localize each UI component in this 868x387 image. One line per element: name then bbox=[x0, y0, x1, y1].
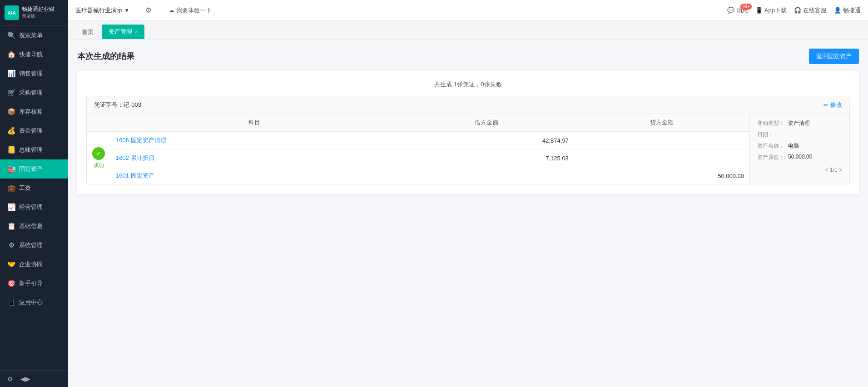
sidebar-logo: AtA 畅捷通好业财 普及版 bbox=[0, 0, 68, 26]
tab-asset-management[interactable]: 资产管理 × bbox=[102, 25, 144, 39]
logo-text: 畅捷通好业财 bbox=[22, 6, 55, 13]
sidebar-item-sales[interactable]: 📊 销售管理 bbox=[0, 64, 68, 83]
table-row: 1602 累计折旧 7,125.03 bbox=[87, 149, 749, 167]
page-title: 本次生成的结果 bbox=[77, 51, 134, 62]
sidebar-item-label: 经营管理 bbox=[19, 203, 43, 211]
debit-cell: 42,874.97 bbox=[399, 132, 574, 149]
sidebar-item-quick-nav[interactable]: 🏠 快捷导航 bbox=[0, 45, 68, 64]
basic-info-icon: 📋 bbox=[7, 222, 15, 230]
chevron-down-icon: ▾ bbox=[125, 7, 129, 14]
change-type-value: 资产清理 bbox=[788, 119, 810, 127]
operations-icon: 📈 bbox=[7, 203, 15, 211]
sidebar-item-funds[interactable]: 💰 资金管理 bbox=[0, 121, 68, 140]
settings-icon[interactable]: ⚙ bbox=[7, 375, 13, 382]
sidebar-item-purchase[interactable]: 🛒 采购管理 bbox=[0, 83, 68, 102]
tab-home-label: 首页 bbox=[82, 28, 94, 36]
asset-name-label: 资产名称： bbox=[757, 142, 784, 150]
sales-icon: 📊 bbox=[7, 69, 15, 78]
debit-cell bbox=[399, 167, 574, 185]
ledger-icon: 📒 bbox=[7, 146, 15, 154]
tab-asset-label: 资产管理 bbox=[109, 28, 132, 36]
enterprise-icon: 🤝 bbox=[7, 260, 15, 268]
sidebar-item-label: 固定资产 bbox=[19, 165, 43, 173]
system-icon: ⚙ bbox=[7, 241, 15, 249]
col-status bbox=[87, 114, 110, 132]
sidebar-item-app-center[interactable]: 📱 应用中心 bbox=[0, 293, 68, 312]
sidebar-item-inventory[interactable]: 📦 库存核算 bbox=[0, 102, 68, 121]
sidebar-item-system[interactable]: ⚙ 系统管理 bbox=[0, 236, 68, 255]
payroll-icon: 💼 bbox=[7, 184, 15, 192]
fixed-assets-icon: 🏭 bbox=[7, 165, 15, 173]
tab-close-icon[interactable]: × bbox=[135, 29, 138, 35]
phone-icon: 📱 bbox=[755, 7, 763, 14]
col-subject: 科目 bbox=[110, 114, 399, 132]
voucher-id: 凭证字号：记-003 bbox=[94, 101, 141, 109]
inventory-icon: 📦 bbox=[7, 108, 15, 116]
return-button[interactable]: 返回固定资产 bbox=[809, 49, 859, 64]
content-area: 本次生成的结果 返回固定资产 共生成 1张凭证，0张失败 凭证字号：记-003 … bbox=[68, 40, 868, 387]
company-selector[interactable]: 医疗器械行业演示 ▾ bbox=[75, 6, 129, 15]
credit-cell bbox=[574, 149, 749, 167]
table-row: ✓ 成功 1606 固定资产清理 42,874.97 bbox=[87, 132, 749, 149]
change-type-row: 变动类型： 资产清理 bbox=[757, 119, 842, 127]
sidebar-item-label: 搜索菜单 bbox=[19, 31, 43, 40]
sidebar-item-label: 总账管理 bbox=[19, 146, 43, 154]
sidebar-item-ledger[interactable]: 📒 总账管理 bbox=[0, 140, 68, 159]
credit-cell: 50,000.00 bbox=[574, 167, 749, 185]
edit-icon: ✏ bbox=[823, 102, 828, 109]
sidebar-item-label: 采购管理 bbox=[19, 89, 43, 97]
settings-icon[interactable]: ⚙ bbox=[145, 6, 152, 15]
sidebar-item-operations[interactable]: 📈 经营管理 bbox=[0, 198, 68, 217]
main-content: 医疗器械行业演示 ▾ ⚙ ☁ 我要体验一下 💬 消息 99+ 📱 App下载 🎧… bbox=[68, 0, 868, 387]
asset-name-value: 电脑 bbox=[788, 142, 799, 150]
search-icon: 🔍 bbox=[7, 31, 15, 40]
voucher-pagination[interactable]: < 1/1 > bbox=[757, 167, 842, 173]
tab-home[interactable]: 首页 bbox=[75, 25, 100, 39]
purchase-icon: 🛒 bbox=[7, 89, 15, 97]
voucher-table-container: 科目 借方金额 贷方金额 ✓ 成功 1606 固定资产清理 42,874.9 bbox=[87, 114, 749, 185]
sidebar-item-label: 资金管理 bbox=[19, 127, 43, 135]
table-row: 1601 固定资产 50,000.00 bbox=[87, 167, 749, 185]
message-button[interactable]: 💬 消息 99+ bbox=[727, 6, 748, 15]
user-menu[interactable]: 👤 畅捷通 bbox=[834, 6, 861, 15]
sidebar-item-label: 新手引导 bbox=[19, 279, 43, 288]
credit-cell bbox=[574, 132, 749, 149]
sidebar-item-fixed-assets[interactable]: 🏭 固定资产 bbox=[0, 159, 68, 179]
sidebar-item-basic-info[interactable]: 📋 基础信息 bbox=[0, 217, 68, 236]
col-credit: 贷方金额 bbox=[574, 114, 749, 132]
topbar-right: 💬 消息 99+ 📱 App下载 🎧 在线客服 👤 畅捷通 bbox=[727, 6, 861, 15]
collapse-icon[interactable]: ◀▶ bbox=[20, 375, 30, 382]
company-name: 医疗器械行业演示 bbox=[75, 6, 123, 15]
sidebar-item-label: 销售管理 bbox=[19, 69, 43, 78]
divider-2 bbox=[160, 6, 160, 15]
guide-icon: 🎯 bbox=[7, 279, 15, 288]
original-value-value: 50,000.00 bbox=[788, 154, 812, 161]
date-label: 日期： bbox=[757, 131, 774, 139]
sidebar-item-guide[interactable]: 🎯 新手引导 bbox=[0, 274, 68, 293]
result-card: 共生成 1张凭证，0张失败 凭证字号：记-003 ✏ 修改 bbox=[77, 71, 859, 194]
voucher-header: 凭证字号：记-003 ✏ 修改 bbox=[87, 96, 849, 114]
tabbar: 首页 资产管理 × bbox=[68, 21, 868, 40]
sidebar-item-label: 基础信息 bbox=[19, 222, 43, 230]
message-icon: 💬 bbox=[727, 7, 734, 14]
sidebar-item-label: 企业协同 bbox=[19, 260, 43, 268]
sidebar-item-enterprise[interactable]: 🤝 企业协同 bbox=[0, 255, 68, 274]
sidebar-item-label: 应用中心 bbox=[19, 298, 43, 307]
subject-cell: 1602 累计折旧 bbox=[110, 149, 399, 167]
success-circle-icon: ✓ bbox=[92, 147, 105, 160]
original-value-label: 资产原值： bbox=[757, 154, 784, 161]
quick-nav-icon: 🏠 bbox=[7, 50, 15, 59]
success-label: 成功 bbox=[93, 162, 104, 169]
sidebar-item-search[interactable]: 🔍 搜索菜单 bbox=[0, 26, 68, 45]
sidebar: AtA 畅捷通好业财 普及版 🔍 搜索菜单 🏠 快捷导航 📊 销售管理 🛒 采购… bbox=[0, 0, 68, 387]
message-badge: 99+ bbox=[740, 4, 752, 10]
app-download-button[interactable]: 📱 App下载 bbox=[755, 6, 787, 15]
sidebar-item-payroll[interactable]: 💼 工资 bbox=[0, 179, 68, 198]
experience-button[interactable]: ☁ 我要体验一下 bbox=[169, 6, 212, 15]
topbar: 医疗器械行业演示 ▾ ⚙ ☁ 我要体验一下 💬 消息 99+ 📱 App下载 🎧… bbox=[68, 0, 868, 21]
logo-sub: 普及版 bbox=[22, 13, 55, 20]
edit-voucher-button[interactable]: ✏ 修改 bbox=[823, 101, 842, 109]
online-service-button[interactable]: 🎧 在线客服 bbox=[794, 6, 827, 15]
sidebar-item-label: 系统管理 bbox=[19, 241, 43, 249]
logo-icon: AtA bbox=[5, 5, 19, 20]
